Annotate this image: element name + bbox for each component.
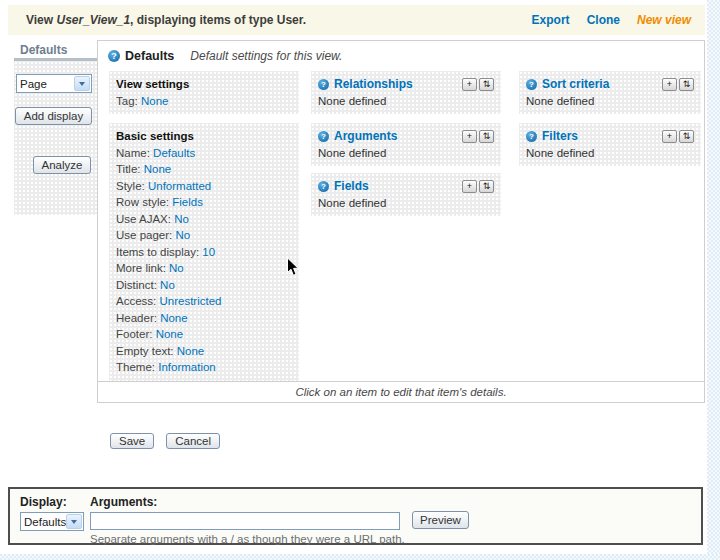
view-summary-bar: View User_View_1, displaying items of ty… xyxy=(8,5,705,35)
display-description: Default settings for this view. xyxy=(190,49,342,63)
preview-button[interactable]: Preview xyxy=(412,511,469,529)
setting-value-link[interactable]: Defaults xyxy=(153,147,195,159)
sort-criteria-link[interactable]: Sort criteria xyxy=(542,76,609,93)
setting-label: Header: xyxy=(116,312,157,324)
setting-label: Tag: xyxy=(116,95,138,107)
setting-value-link[interactable]: None xyxy=(156,328,184,340)
arguments-label: Arguments: xyxy=(90,495,157,509)
display-type-select[interactable]: Page xyxy=(16,74,92,93)
setting-row-row-style: Row style: Fields xyxy=(116,194,292,211)
rearrange-button[interactable]: ⇅ xyxy=(479,78,494,91)
setting-row-style: Style: Unformatted xyxy=(116,178,292,195)
setting-row-more-link: More link: No xyxy=(116,260,292,277)
setting-row-use-ajax: Use AJAX: No xyxy=(116,211,292,228)
setting-label: Items to display: xyxy=(116,246,199,258)
setting-label: More link: xyxy=(116,262,166,274)
setting-value-link[interactable]: No xyxy=(160,279,175,291)
tab-defaults[interactable]: Defaults xyxy=(14,40,97,61)
add-item-button[interactable]: + xyxy=(462,180,477,193)
setting-row-name: Name: Defaults xyxy=(116,145,292,162)
arguments-input[interactable] xyxy=(90,512,400,530)
filters-link[interactable]: Filters xyxy=(542,128,578,145)
add-item-button[interactable]: + xyxy=(462,130,477,143)
rearrange-button[interactable]: ⇅ xyxy=(479,180,494,193)
setting-row-title: Title: None xyxy=(116,161,292,178)
add-item-button[interactable]: + xyxy=(462,78,477,91)
setting-row-footer: Footer: None xyxy=(116,326,292,343)
views-ui-page: View User_View_1, displaying items of ty… xyxy=(0,0,720,560)
setting-row-items: Items to display: 10 xyxy=(116,244,292,261)
setting-row-distinct: Distinct: No xyxy=(116,277,292,294)
display-header: ? Defaults Default settings for this vie… xyxy=(108,49,342,63)
help-icon[interactable]: ? xyxy=(108,50,120,62)
setting-label: Name: xyxy=(116,147,150,159)
arguments-link[interactable]: Arguments xyxy=(334,128,397,145)
clone-link[interactable]: Clone xyxy=(587,13,620,27)
setting-value-link[interactable]: None xyxy=(177,345,205,357)
cancel-button[interactable]: Cancel xyxy=(166,433,220,449)
live-preview-box: Display: Defaults Arguments: Preview Sep… xyxy=(8,487,703,545)
setting-label: Distinct: xyxy=(116,279,157,291)
add-display-button[interactable]: Add display xyxy=(15,107,92,125)
help-icon[interactable]: ? xyxy=(526,131,537,142)
preview-display-select[interactable]: Defaults xyxy=(20,512,84,531)
relationships-link[interactable]: Relationships xyxy=(334,76,413,93)
rearrange-button[interactable]: ⇅ xyxy=(479,130,494,143)
view-editor-panel: ? Defaults Default settings for this vie… xyxy=(97,40,705,403)
setting-row-access: Access: Unrestricted xyxy=(116,293,292,310)
fields-box: ? Fields + ⇅ None defined xyxy=(311,173,501,216)
page-edge-right xyxy=(707,0,720,560)
display-label: Display: xyxy=(20,495,67,509)
sort-criteria-box: ? Sort criteria + ⇅ None defined xyxy=(519,71,701,114)
setting-row-header: Header: None xyxy=(116,310,292,327)
setting-value-link[interactable]: 10 xyxy=(202,246,215,258)
setting-row-empty-text: Empty text: None xyxy=(116,343,292,360)
setting-value-link[interactable]: None xyxy=(141,95,169,107)
setting-value-link[interactable]: Information xyxy=(158,361,216,373)
form-actions: Save Cancel xyxy=(110,433,220,449)
chevron-down-icon xyxy=(66,514,82,529)
setting-row-theme: Theme: Information xyxy=(116,359,292,376)
page-edge-bottom xyxy=(0,554,720,560)
empty-text: None defined xyxy=(526,93,694,110)
arguments-help-text: Separate arguments with a / as though th… xyxy=(90,533,405,545)
analyze-button[interactable]: Analyze xyxy=(33,156,91,174)
help-icon[interactable]: ? xyxy=(318,131,329,142)
setting-value-link[interactable]: No xyxy=(174,213,189,225)
setting-label: Use AJAX: xyxy=(116,213,171,225)
empty-text: None defined xyxy=(318,93,494,110)
relationships-box: ? Relationships + ⇅ None defined xyxy=(311,71,501,114)
fields-link[interactable]: Fields xyxy=(334,178,369,195)
setting-value-link[interactable]: No xyxy=(169,262,184,274)
help-icon[interactable]: ? xyxy=(318,181,329,192)
setting-value-link[interactable]: None xyxy=(144,163,172,175)
editor-hint: Click on an item to edit that item's det… xyxy=(98,381,704,402)
save-button[interactable]: Save xyxy=(110,433,154,449)
export-link[interactable]: Export xyxy=(532,13,570,27)
setting-value-link[interactable]: No xyxy=(175,229,190,241)
summary-prefix: View xyxy=(26,13,56,27)
add-item-button[interactable]: + xyxy=(662,78,677,91)
empty-text: None defined xyxy=(526,145,694,162)
rearrange-button[interactable]: ⇅ xyxy=(679,78,694,91)
setting-label: Row style: xyxy=(116,196,169,208)
display-title: Defaults xyxy=(125,49,174,63)
view-settings-box: View settings Tag: None xyxy=(109,71,299,114)
setting-value-link[interactable]: None xyxy=(160,312,188,324)
view-actions: Export Clone New view xyxy=(532,13,691,27)
setting-label: Use pager: xyxy=(116,229,172,241)
setting-label: Empty text: xyxy=(116,345,174,357)
setting-row-tag: Tag: None xyxy=(116,93,292,110)
display-sidebar: Defaults Page Add display Analyze xyxy=(14,40,97,215)
new-view-link[interactable]: New view xyxy=(637,13,691,27)
setting-value-link[interactable]: Fields xyxy=(172,196,203,208)
rearrange-button[interactable]: ⇅ xyxy=(679,130,694,143)
view-name: User_View_1 xyxy=(56,13,130,27)
setting-label: Title: xyxy=(116,163,141,175)
help-icon[interactable]: ? xyxy=(318,79,329,90)
setting-value-link[interactable]: Unformatted xyxy=(148,180,211,192)
setting-value-link[interactable]: Unrestricted xyxy=(159,295,221,307)
add-item-button[interactable]: + xyxy=(662,130,677,143)
setting-row-use-pager: Use pager: No xyxy=(116,227,292,244)
help-icon[interactable]: ? xyxy=(526,79,537,90)
